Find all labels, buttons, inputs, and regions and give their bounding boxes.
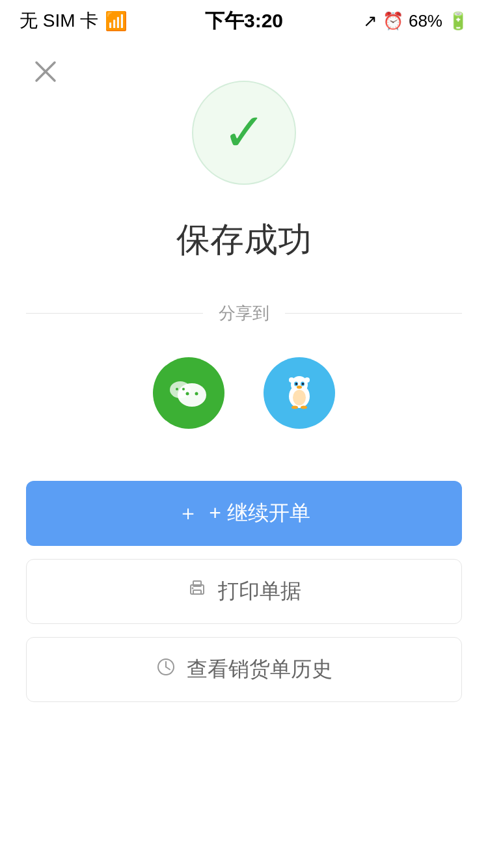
main-content: ✓ 保存成功 分享到 bbox=[0, 42, 488, 702]
continue-label: + 继续开单 bbox=[209, 499, 310, 528]
wechat-share-button[interactable] bbox=[153, 357, 224, 429]
battery-icon: 🔋 bbox=[448, 11, 468, 31]
status-left: 无 SIM 卡 📶 bbox=[20, 8, 128, 33]
svg-line-26 bbox=[166, 667, 170, 670]
svg-point-4 bbox=[186, 392, 189, 396]
no-sim-label: 无 SIM 卡 bbox=[20, 8, 98, 33]
share-divider: 分享到 bbox=[0, 302, 488, 325]
success-title: 保存成功 bbox=[176, 217, 312, 263]
location-icon: ↗ bbox=[363, 11, 377, 31]
wechat-icon bbox=[166, 370, 211, 416]
qq-icon bbox=[279, 373, 319, 413]
divider-line-right bbox=[285, 313, 462, 314]
checkmark-icon: ✓ bbox=[223, 107, 266, 159]
svg-point-6 bbox=[176, 388, 178, 390]
svg-point-23 bbox=[192, 588, 194, 590]
battery-level: 68% bbox=[409, 11, 442, 31]
svg-point-14 bbox=[297, 386, 302, 389]
close-button[interactable] bbox=[26, 52, 65, 91]
plus-icon: ＋ bbox=[178, 499, 198, 528]
svg-point-3 bbox=[170, 381, 191, 398]
svg-point-13 bbox=[302, 383, 305, 385]
svg-point-17 bbox=[301, 406, 307, 409]
alarm-icon: ⏰ bbox=[383, 11, 403, 31]
history-label: 查看销货单历史 bbox=[187, 655, 332, 684]
print-icon bbox=[187, 578, 208, 604]
status-bar: 无 SIM 卡 📶 下午3:20 ↗ ⏰ 68% 🔋 bbox=[0, 0, 488, 42]
status-right: ↗ ⏰ 68% 🔋 bbox=[363, 11, 468, 31]
svg-point-5 bbox=[195, 392, 198, 396]
svg-point-7 bbox=[182, 388, 185, 390]
share-icons bbox=[153, 357, 335, 429]
success-circle: ✓ bbox=[192, 81, 296, 185]
svg-point-19 bbox=[305, 377, 310, 383]
svg-point-15 bbox=[293, 390, 306, 405]
svg-rect-22 bbox=[193, 590, 201, 594]
svg-point-16 bbox=[291, 406, 298, 409]
divider-line-left bbox=[26, 313, 203, 314]
history-icon bbox=[156, 657, 176, 683]
print-button[interactable]: 打印单据 bbox=[26, 559, 462, 624]
action-buttons: ＋ + 继续开单 打印单据 bbox=[0, 481, 488, 702]
qq-share-button[interactable] bbox=[264, 357, 335, 429]
history-button[interactable]: 查看销货单历史 bbox=[26, 637, 462, 702]
print-label: 打印单据 bbox=[218, 577, 301, 606]
status-time: 下午3:20 bbox=[205, 8, 283, 34]
continue-button[interactable]: ＋ + 继续开单 bbox=[26, 481, 462, 546]
wifi-icon: 📶 bbox=[105, 10, 128, 32]
svg-point-12 bbox=[295, 383, 298, 385]
share-label: 分享到 bbox=[203, 302, 285, 325]
close-icon bbox=[33, 59, 59, 85]
svg-point-18 bbox=[289, 377, 294, 383]
